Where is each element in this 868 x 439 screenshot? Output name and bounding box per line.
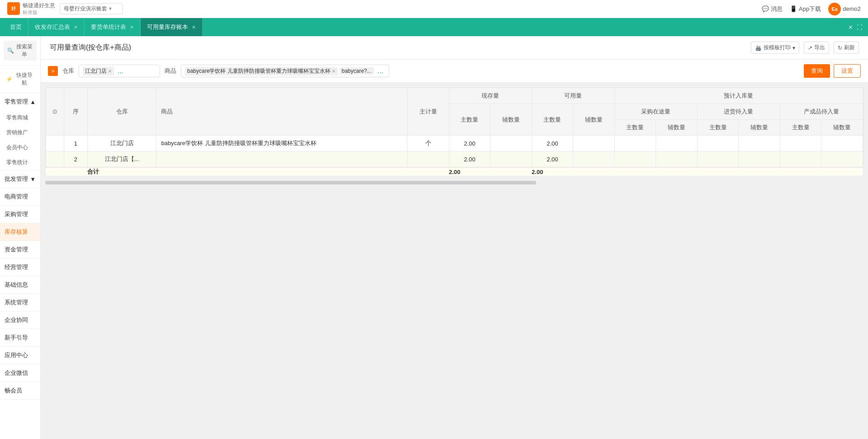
col-product: 商品	[156, 88, 408, 136]
close-window-icon[interactable]: ✕	[848, 24, 853, 31]
tag-close-icon[interactable]: ✕	[108, 69, 112, 74]
cell-no-1: 1	[64, 136, 88, 151]
sidebar-group-inventory-header[interactable]: 库存核算	[0, 223, 40, 241]
cell-prod-sub-1	[821, 136, 863, 151]
col-gear: ⚙	[46, 88, 64, 136]
footer-in-sub	[739, 167, 780, 176]
sidebar-group-basic-info-header[interactable]: 基础信息	[0, 276, 40, 293]
sidebar-group-enterprise-header[interactable]: 企业协同	[0, 312, 40, 329]
col-incoming-main: 主数量	[697, 120, 739, 136]
filter-expand-btn[interactable]: »	[48, 66, 58, 76]
footer-avail-main: 2.00	[532, 167, 573, 176]
sidebar-item-member-center[interactable]: 会员中心	[0, 140, 40, 155]
page-title: 可用量查询(按仓库+商品)	[50, 43, 131, 52]
sidebar-group-member-header[interactable]: 畅会员	[0, 382, 40, 399]
footer-pt-sub	[656, 167, 698, 176]
query-btn[interactable]: 查询	[804, 64, 830, 78]
sidebar-item-retail-store[interactable]: 零售商城	[0, 110, 40, 125]
filter-more-btn[interactable]: ...	[116, 67, 125, 75]
footer-empty-1	[64, 167, 88, 176]
footer-pt-main	[614, 167, 656, 176]
nav-icon: ⚡	[6, 76, 13, 82]
search-menu-btn[interactable]: 🔍 搜索菜单	[4, 41, 37, 61]
footer-stock-main: 2.00	[449, 167, 491, 176]
top-bar: 好 畅捷通好生意 标准版 母婴行业演示账套 ▾ 💬 消息 📱 App下载 Ea …	[0, 0, 868, 18]
sidebar-group-ecommerce-header[interactable]: 电商管理	[0, 188, 40, 205]
warehouse-tag: 江北门店 ✕	[83, 67, 114, 76]
sidebar-item-retail-stats[interactable]: 零售统计	[0, 155, 40, 170]
gear-icon[interactable]: ⚙	[52, 108, 58, 115]
cell-avail-sub-1	[573, 136, 615, 151]
product-filter-input[interactable]: babycare学饮杯 儿童防摔防撞吸管杯重力球吸嘴杯宝宝水杯 ✕ babyca…	[181, 65, 389, 77]
col-warehouse: 仓库	[87, 88, 156, 136]
cell-in-main-2	[697, 151, 739, 168]
cell-pt-main-1	[614, 136, 656, 151]
close-icon[interactable]: ✕	[130, 24, 134, 30]
footer-stock-sub	[491, 167, 532, 176]
col-purchase-transit-sub: 辅数量	[656, 120, 698, 136]
chevron-down-icon: ▼	[30, 176, 36, 183]
product-tag-1: babycare学饮杯 儿童防摔防撞吸管杯重力球吸嘴杯宝宝水杯 ✕	[185, 67, 338, 76]
tab-available-stock[interactable]: 可用量库存账本 ✕	[141, 18, 203, 36]
table-wrapper: ⚙ 序 仓库 商品 主计量 现存量 可用量 预计入库量 主数量 辅数量 主数量	[45, 87, 863, 176]
cell-avail-main-2: 2.00	[532, 151, 573, 168]
sidebar-group-wechat-header[interactable]: 企业微信	[0, 364, 40, 382]
filter-more-btn-2[interactable]: ...	[376, 67, 385, 75]
tab-home[interactable]: 首页	[4, 18, 28, 36]
quick-nav-btn[interactable]: ⚡ 快捷导航	[4, 69, 37, 89]
sidebar-group-business: 经营管理	[0, 259, 40, 276]
tab-order-stats[interactable]: 要货单统计表 ✕	[85, 18, 141, 36]
col-production-group: 产成品待入量	[780, 104, 863, 120]
tag-close-icon[interactable]: ✕	[332, 69, 335, 74]
warehouse-filter-input[interactable]: 江北门店 ✕ ...	[79, 65, 160, 77]
sidebar-group-system: 系统管理	[0, 294, 40, 312]
sidebar-group-app-center: 应用中心	[0, 347, 40, 364]
close-icon[interactable]: ✕	[74, 24, 78, 30]
settings-btn[interactable]: 设置	[834, 64, 861, 78]
cell-pt-main-2	[614, 151, 656, 168]
sidebar-group-finance-header[interactable]: 资金管理	[0, 241, 40, 258]
cell-in-sub-2	[739, 151, 780, 168]
cell-stock-sub-1	[491, 136, 532, 151]
warehouse-filter-label: 仓库	[62, 67, 74, 75]
tab-receipt-summary[interactable]: 收发存汇总表 ✕	[28, 18, 85, 36]
sidebar-group-app-center-header[interactable]: 应用中心	[0, 347, 40, 364]
main-layout: 🔍 搜索菜单 ⚡ 快捷导航 零售管理 ▲ 零售商城 营销推广 会员中心	[0, 36, 868, 439]
col-stock-group: 现存量	[449, 88, 532, 104]
col-incoming-sub: 辅数量	[739, 120, 780, 136]
print-btn[interactable]: 🖨️ 按模板打印 ▾	[751, 42, 799, 54]
refresh-btn[interactable]: ↻ 刷新	[834, 42, 859, 54]
sidebar-group-retail-header[interactable]: 零售管理 ▲	[0, 93, 40, 110]
resize-window-icon[interactable]: ⛶	[857, 24, 863, 31]
sidebar-item-marketing[interactable]: 营销推广	[0, 125, 40, 140]
sidebar-group-inventory: 库存核算	[0, 223, 40, 241]
footer-prod-sub	[821, 167, 863, 176]
sidebar-group-purchase-header[interactable]: 采购管理	[0, 206, 40, 223]
expand-icon: »	[52, 68, 55, 74]
app-download-btn[interactable]: 📱 App下载	[790, 5, 821, 13]
col-unit: 主计量	[407, 88, 449, 136]
export-btn[interactable]: ↗ 导出	[804, 42, 829, 54]
industry-select[interactable]: 母婴行业演示账套 ▾	[60, 3, 123, 14]
cell-in-main-1	[697, 136, 739, 151]
sidebar-group-guide-header[interactable]: 新手引导	[0, 329, 40, 346]
message-btn[interactable]: 💬 消息	[762, 5, 783, 13]
col-stock-sub: 辅数量	[491, 104, 532, 136]
cell-gear-2	[46, 151, 64, 168]
sidebar-group-ecommerce: 电商管理	[0, 188, 40, 206]
sidebar-group-system-header[interactable]: 系统管理	[0, 294, 40, 311]
col-stock-main: 主数量	[449, 104, 491, 136]
table-row: 1 江北门店 babycare学饮杯 儿童防摔防撞吸管杯重力球吸嘴杯宝宝水杯 个…	[46, 136, 863, 151]
sidebar-group-business-header[interactable]: 经营管理	[0, 259, 40, 276]
col-purchase-transit-main: 主数量	[614, 120, 656, 136]
app-icon: 📱	[790, 5, 797, 12]
close-icon[interactable]: ✕	[192, 24, 196, 30]
sidebar-group-wholesale-header[interactable]: 批发管理 ▼	[0, 170, 40, 188]
user-profile-btn[interactable]: Ea demo2	[828, 3, 861, 15]
cell-prod-main-1	[780, 136, 821, 151]
horizontal-scrollbar[interactable]	[45, 181, 863, 184]
cell-prod-main-2	[780, 151, 821, 168]
scrollbar-thumb[interactable]	[45, 181, 536, 184]
top-bar-right: 💬 消息 📱 App下载 Ea demo2	[762, 3, 861, 15]
cell-product-1: babycare学饮杯 儿童防摔防撞吸管杯重力球吸嘴杯宝宝水杯	[156, 136, 408, 151]
